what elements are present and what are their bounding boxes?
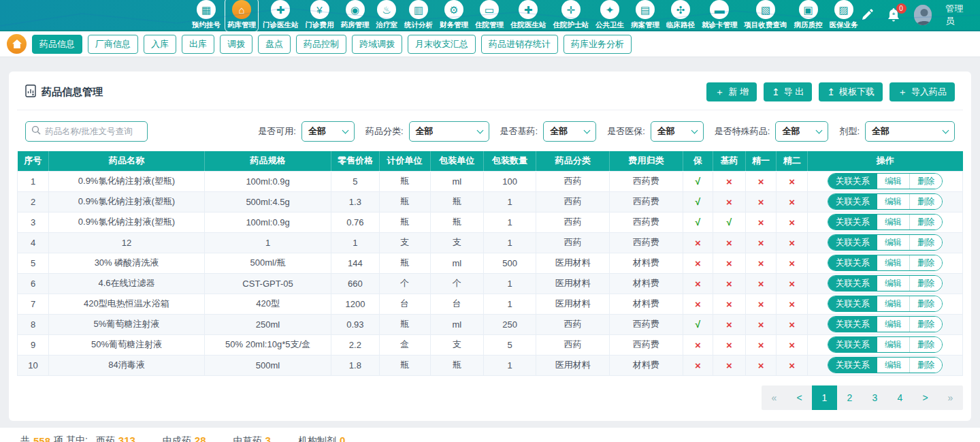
page-1[interactable]: 1: [812, 385, 837, 410]
cell-drug-category: 西药: [536, 232, 610, 253]
delete-button[interactable]: 删除: [910, 276, 942, 291]
nav-record-qc[interactable]: ▣ 病历质控: [791, 0, 826, 32]
filter-select[interactable]: 全部: [301, 121, 355, 142]
tab-purchase-sale-stats[interactable]: 药品进销存统计: [481, 35, 558, 54]
nav-finance-mgmt[interactable]: ⚙ 财务管理: [437, 0, 471, 32]
edit-button[interactable]: 编辑: [877, 174, 910, 189]
page-4[interactable]: 4: [887, 385, 913, 410]
nav-inpatient-nurse[interactable]: ✛ 住院护士站: [551, 0, 592, 32]
tab-drug-info[interactable]: 药品信息: [32, 35, 82, 54]
nav-public-health[interactable]: ✦ 公共卫生: [593, 0, 627, 32]
tab-outbound[interactable]: 出库: [182, 35, 214, 54]
relation-button[interactable]: 关联关系: [828, 194, 877, 209]
nav-medical-records[interactable]: ▤ 病案管理: [628, 0, 662, 32]
tab-crossdomain-transfer[interactable]: 跨域调拨: [352, 35, 402, 54]
edit-button[interactable]: 编辑: [877, 296, 910, 311]
delete-button[interactable]: 删除: [910, 358, 942, 373]
page-first[interactable]: «: [762, 385, 787, 410]
page-3[interactable]: 3: [862, 385, 887, 410]
filter-select[interactable]: 全部: [651, 121, 704, 142]
5%葡萄糖注射液: 8 5%葡萄糖注射液 250ml 0.93 瓶 ml 250 西药 西药费 √ …: [18, 314, 963, 334]
import-drugs-button[interactable]: ＋ 导入药品: [889, 82, 955, 101]
relation-button[interactable]: 关联关系: [828, 358, 877, 373]
nav-visit-card-mgmt[interactable]: ▬ 就诊卡管理: [699, 0, 740, 32]
nav-appointment[interactable]: ▦ 预约挂号: [189, 0, 223, 32]
cell-no: 6: [18, 273, 49, 294]
nav-inpatient-mgmt[interactable]: ▭ 住院管理: [472, 0, 506, 32]
nav-label: 医保业务: [830, 20, 858, 30]
relation-button[interactable]: 关联关系: [828, 337, 877, 352]
relation-button[interactable]: 关联关系: [828, 235, 877, 250]
export-button[interactable]: ↥ 导 出: [764, 82, 812, 101]
cell-no: 1: [18, 171, 49, 191]
search-input[interactable]: [45, 127, 142, 136]
relation-button[interactable]: 关联关系: [828, 174, 877, 189]
nav-inpatient-doctor[interactable]: ✚ 住院医生站: [508, 0, 549, 32]
cell-package-unit: 瓶: [430, 191, 483, 212]
edit-button[interactable]: 编辑: [877, 317, 910, 332]
relation-button[interactable]: 关联关系: [828, 296, 877, 311]
chevron-down-icon: [943, 127, 949, 133]
page-last[interactable]: »: [938, 385, 963, 410]
cell-package-unit: 瓶: [430, 355, 483, 375]
nav-treatment-room[interactable]: ♨ 治疗室: [374, 0, 401, 32]
home-icon[interactable]: [7, 34, 27, 54]
add-button[interactable]: ＋ 新 增: [706, 82, 757, 101]
delete-button[interactable]: 删除: [910, 337, 942, 352]
edit-button[interactable]: 编辑: [877, 194, 910, 209]
nav-outpatient-fee[interactable]: ¥ 门诊费用: [303, 0, 337, 32]
delete-button[interactable]: 删除: [910, 235, 942, 250]
edit-button[interactable]: 编辑: [877, 358, 910, 373]
relation-button[interactable]: 关联关系: [828, 215, 877, 230]
delete-button[interactable]: 删除: [910, 174, 942, 189]
cell-fee-category: 材料费: [610, 253, 683, 273]
row-actions: 关联关系 编辑 删除: [828, 255, 943, 271]
page-prev[interactable]: <: [787, 385, 812, 410]
delete-button[interactable]: 删除: [910, 317, 942, 332]
page-2[interactable]: 2: [837, 385, 862, 410]
summary-part-label: 机构制剂: [298, 435, 336, 442]
edit-button[interactable]: 编辑: [877, 255, 910, 270]
delete-button[interactable]: 删除: [910, 255, 942, 270]
filter-select[interactable]: 全部: [543, 121, 596, 142]
relation-button[interactable]: 关联关系: [828, 317, 877, 332]
nav-charge-query[interactable]: ▧ 项目收费查询: [742, 0, 790, 32]
summary-part-label: 西药: [96, 435, 115, 442]
delete-button[interactable]: 删除: [910, 215, 942, 230]
user-avatar[interactable]: [914, 5, 932, 25]
tab-monthend-summary[interactable]: 月末收支汇总: [408, 35, 476, 54]
nav-label: 治疗室: [376, 20, 398, 30]
nav-clinical-pathway[interactable]: ✣ 临床路径: [664, 0, 698, 32]
filter-select[interactable]: 全部: [865, 121, 955, 142]
tab-vendor-info[interactable]: 厂商信息: [88, 35, 138, 54]
edit-button[interactable]: 编辑: [877, 215, 910, 230]
tab-drug-control[interactable]: 药品控制: [296, 35, 346, 54]
edit-button[interactable]: 编辑: [877, 337, 910, 352]
edit-button[interactable]: 编辑: [877, 235, 910, 250]
summary-part: 西药313，: [96, 435, 154, 442]
page-next[interactable]: >: [913, 385, 938, 410]
edit-button[interactable]: 编辑: [877, 276, 910, 291]
notification-bell-icon[interactable]: + 0: [887, 7, 900, 22]
psychotropic1-flag-icon: ×: [758, 257, 764, 269]
nav-statistics[interactable]: ▥ 统计分析: [402, 0, 436, 32]
relation-button[interactable]: 关联关系: [828, 255, 877, 270]
template-download-button[interactable]: ↥ 模板下载: [819, 82, 883, 101]
relation-button[interactable]: 关联关系: [828, 276, 877, 291]
tab-stocktake[interactable]: 盘点: [258, 35, 291, 54]
nav-drug-store-mgmt[interactable]: ⌂ 药库管理: [225, 0, 259, 32]
edit-pencil-icon[interactable]: [861, 9, 873, 21]
filter-select[interactable]: 全部: [409, 121, 489, 142]
delete-button[interactable]: 删除: [910, 194, 942, 209]
nav-insurance[interactable]: ▨ 医保业务: [827, 0, 861, 32]
nav-outpatient-doctor[interactable]: ✚ 门诊医生站: [260, 0, 301, 32]
nav-pharmacy-mgmt[interactable]: ◉ 药房管理: [338, 0, 372, 32]
tab-store-analysis[interactable]: 药库业务分析: [564, 35, 632, 54]
psychotropic1-flag-icon: ×: [758, 176, 764, 187]
tab-inbound[interactable]: 入库: [144, 35, 176, 54]
chevron-down-icon: [476, 127, 483, 133]
filter-select[interactable]: 全部: [775, 121, 828, 142]
tab-transfer[interactable]: 调拨: [220, 35, 252, 54]
delete-button[interactable]: 删除: [910, 296, 942, 311]
drug-search-box[interactable]: [25, 121, 148, 142]
